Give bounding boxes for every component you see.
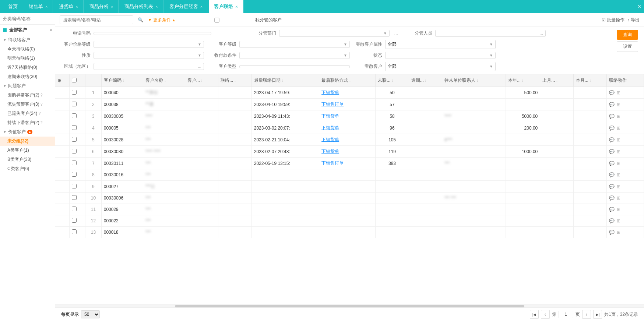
cell-checkbox[interactable] xyxy=(70,110,85,122)
col-overdue[interactable]: 逾期... xyxy=(409,74,442,87)
nav-customer-contact[interactable]: 客户联络 × xyxy=(209,0,243,13)
grid-action-icon[interactable]: ⊞ xyxy=(617,195,620,201)
cell-action[interactable]: 💬 ⊞ xyxy=(607,204,644,215)
col-this-year[interactable]: 本年... xyxy=(506,74,540,87)
nav-product-analysis[interactable]: 商品分析 × xyxy=(84,0,119,13)
grid-action-icon[interactable]: ⊞ xyxy=(617,172,620,177)
all-customers-header[interactable]: 全部客户 « xyxy=(0,25,55,35)
cell-action[interactable]: 💬 ⊞ xyxy=(607,193,644,204)
cell-last-contact-method[interactable]: 下销货单 xyxy=(319,122,376,134)
cell-checkbox[interactable] xyxy=(70,227,85,238)
sidebar-item-abnormal[interactable]: 囤购异常客户(2) ? xyxy=(0,91,55,100)
cell-action[interactable]: 💬 ⊞ xyxy=(607,169,644,181)
nav-customer-contact-close[interactable]: × xyxy=(235,4,237,9)
export-btn[interactable]: ↑ 导出 xyxy=(627,17,640,23)
sidebar-item-tomorrow-pending[interactable]: 明天待联络(1) xyxy=(0,54,55,63)
col-last-month[interactable]: 上月... xyxy=(540,74,573,87)
scrollbar-thumb[interactable] xyxy=(175,305,525,307)
row-checkbox[interactable] xyxy=(72,102,77,106)
row-checkbox[interactable] xyxy=(72,207,77,211)
row-checkbox[interactable] xyxy=(72,160,77,165)
sidebar-item-today-pending[interactable]: 今天待联络(0) xyxy=(0,45,55,54)
cell-action[interactable]: 💬 ⊞ xyxy=(607,134,644,146)
horizontal-scrollbar[interactable] xyxy=(55,304,644,307)
cell-last-contact-method[interactable] xyxy=(319,227,376,238)
col-last-contact-method[interactable]: 最后联络方式 xyxy=(319,74,376,87)
sidebar-item-unclassified[interactable]: 未分组(32) xyxy=(0,137,55,146)
nature-select[interactable]: ▼ xyxy=(94,52,204,59)
cell-checkbox[interactable] xyxy=(70,169,85,181)
region-select[interactable]: … xyxy=(94,63,204,70)
message-icon[interactable]: 💬 xyxy=(609,102,615,107)
cell-checkbox[interactable] xyxy=(70,181,85,193)
cell-checkbox[interactable] xyxy=(70,87,85,99)
grid-action-icon[interactable]: ⊞ xyxy=(617,126,620,131)
select-all-checkbox[interactable] xyxy=(72,78,77,82)
cell-action[interactable]: 💬 ⊞ xyxy=(607,146,644,158)
last-page-btn[interactable]: ▶| xyxy=(593,310,602,319)
more-conditions-btn[interactable]: ▼ 更多条件 ▲ xyxy=(148,17,176,23)
message-icon[interactable]: 💬 xyxy=(609,184,615,189)
cell-checkbox[interactable] xyxy=(70,99,85,110)
message-icon[interactable]: 💬 xyxy=(609,218,615,223)
cell-last-contact-method[interactable]: 下销售订单 xyxy=(319,99,376,110)
cell-checkbox[interactable] xyxy=(70,215,85,227)
nav-sales[interactable]: 销售单 × xyxy=(24,0,53,13)
sidebar-item-class-a[interactable]: A类客户(1) xyxy=(0,146,55,155)
nav-product-list-close[interactable]: × xyxy=(155,4,158,9)
message-icon[interactable]: 💬 xyxy=(609,161,615,166)
cell-checkbox[interactable] xyxy=(70,158,85,169)
batch-operation-btn[interactable]: ☑ 批量操作 xyxy=(602,17,624,23)
row-checkbox[interactable] xyxy=(72,184,77,188)
message-icon[interactable]: 💬 xyxy=(609,195,615,201)
grid-action-icon[interactable]: ⊞ xyxy=(617,137,620,142)
nav-purchase[interactable]: 进货单 × xyxy=(54,0,83,13)
sidebar-group-value[interactable]: ▼ 价值客户 ● xyxy=(0,127,55,137)
grid-action-icon[interactable]: ⊞ xyxy=(617,102,620,107)
next-page-btn[interactable]: › xyxy=(582,310,591,319)
message-icon[interactable]: 💬 xyxy=(609,90,615,95)
col-name[interactable]: 客户名称 xyxy=(143,74,185,87)
sidebar-item-overdue-pending[interactable]: 逾期未联络(30) xyxy=(0,72,55,81)
query-button[interactable]: 查询 xyxy=(617,30,638,40)
grid-action-icon[interactable]: ⊞ xyxy=(617,218,620,223)
row-checkbox[interactable] xyxy=(72,229,77,234)
row-checkbox[interactable] xyxy=(72,218,77,223)
retail-attr-select[interactable]: 全部 ▼ xyxy=(385,40,496,49)
cell-action[interactable]: 💬 ⊞ xyxy=(607,181,644,193)
cell-last-contact-method[interactable] xyxy=(319,193,376,204)
row-checkbox[interactable] xyxy=(72,90,77,95)
nav-sales-close[interactable]: × xyxy=(45,4,47,9)
search-icon[interactable]: 🔍 xyxy=(138,17,143,22)
cell-last-contact-method[interactable] xyxy=(319,215,376,227)
nav-customer-segment[interactable]: 客户分层经客 × xyxy=(164,0,208,13)
nav-product-list[interactable]: 商品分析列表 × xyxy=(119,0,163,13)
cell-last-contact-method[interactable] xyxy=(319,204,376,215)
cell-last-contact-method[interactable]: 下销货单 xyxy=(319,87,376,99)
message-icon[interactable]: 💬 xyxy=(609,114,615,119)
grid-action-icon[interactable]: ⊞ xyxy=(617,161,620,166)
phone-input[interactable] xyxy=(94,32,211,35)
nav-product-analysis-close[interactable]: × xyxy=(111,4,113,9)
payment-select[interactable]: ▼ xyxy=(239,52,350,59)
sidebar-group-problem[interactable]: ▼ 问题客户 xyxy=(0,81,55,91)
message-icon[interactable]: 💬 xyxy=(609,137,615,142)
message-icon[interactable]: 💬 xyxy=(609,230,615,235)
dept-select[interactable]: ▼ xyxy=(279,30,390,37)
grid-action-icon[interactable]: ⊞ xyxy=(617,90,620,95)
sidebar-item-class-b[interactable]: B类客户(33) xyxy=(0,155,55,164)
cell-last-contact-method[interactable]: 下销货单 xyxy=(319,146,376,158)
col-contact[interactable]: 联络... xyxy=(218,74,251,87)
sidebar-item-class-c[interactable]: C类客户(6) xyxy=(0,164,55,173)
sidebar-item-declining[interactable]: 持续下滑客户(2) ? xyxy=(0,118,55,127)
message-icon[interactable]: 💬 xyxy=(609,172,615,177)
sidebar-item-churned[interactable]: 已流失客户(24) ? xyxy=(0,109,55,118)
grid-action-icon[interactable]: ⊞ xyxy=(617,114,620,119)
col-settings[interactable]: ⚙ xyxy=(55,74,70,87)
cell-checkbox[interactable] xyxy=(70,134,85,146)
page-size-select[interactable]: 50 20 100 xyxy=(81,310,100,318)
nav-purchase-close[interactable]: × xyxy=(75,4,78,9)
row-checkbox[interactable] xyxy=(72,137,77,142)
grid-action-icon[interactable]: ⊞ xyxy=(617,207,620,212)
row-checkbox[interactable] xyxy=(72,172,77,177)
